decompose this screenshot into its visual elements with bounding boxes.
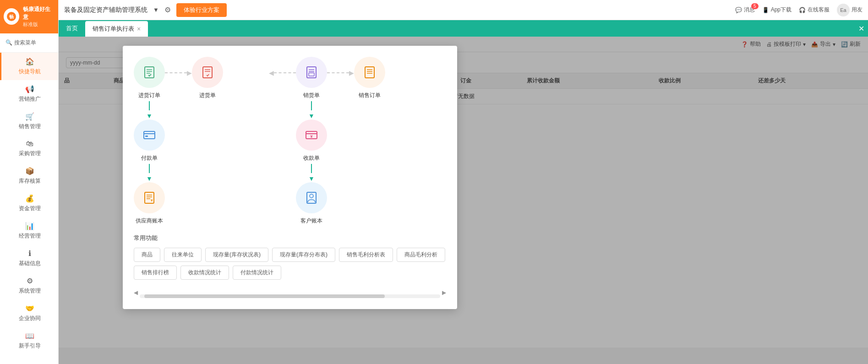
system-dropdown[interactable]: ▼ (153, 6, 159, 13)
flow-node-customer-ledger[interactable]: 客户账本 (296, 182, 327, 225)
megaphone-icon: 📢 (25, 85, 34, 93)
tab-bar-close-button[interactable]: ✕ (858, 24, 864, 33)
home-icon: 🏠 (25, 57, 34, 66)
svg-text:¥: ¥ (151, 198, 153, 202)
svg-rect-6 (144, 131, 155, 139)
sidebar-item-inventory[interactable]: 📦 库存核算 (0, 162, 58, 190)
node-label-customer-ledger: 客户账本 (300, 217, 322, 225)
common-buttons-row: 商品 往来单位 现存量(库存状况表) 现存量(库存分布表) 销售毛利分析表 商品… (134, 248, 446, 262)
common-title: 常用功能 (134, 234, 446, 242)
scroll-right-button[interactable]: ▶ (442, 289, 446, 296)
sidebar-item-basic[interactable]: ℹ 基础信息 (0, 244, 58, 272)
search-menu-button[interactable]: 🔍 搜索菜单 (4, 37, 55, 49)
scrollbar-thumb[interactable] (144, 294, 385, 298)
flow-node-sales-bill[interactable]: 销货单 (296, 57, 327, 99)
tab-home[interactable]: 首页 (59, 21, 85, 36)
top-header: 装备及固定资产辅助管理系统 ▼ ⚙ 体验行业方案 💬 5 消息 📱 App下载 … (59, 0, 868, 20)
node-label-sales-bill: 销货单 (303, 92, 320, 99)
flow-node-supplier-ledger[interactable]: ¥ 供应商账本 (134, 182, 165, 225)
svg-point-25 (310, 194, 313, 198)
flow-node-purchase-bill[interactable]: 进货单 (192, 57, 223, 99)
svg-rect-26 (365, 67, 374, 78)
sidebar-item-enterprise[interactable]: 🤝 企业协同 (0, 299, 58, 327)
common-btn-receipt-stats[interactable]: 收款情况统计 (180, 266, 229, 280)
finance-icon: 💰 (25, 194, 34, 203)
flow-node-sales-order[interactable]: 销售订单 (354, 57, 385, 99)
common-btn-counterparty[interactable]: 往来单位 (164, 248, 202, 262)
sidebar-nav: 🏠 快捷导航 📢 营销推广 🛒 销售管理 🛍 采购管理 📦 库存核算 💰 (0, 53, 58, 364)
sidebar-item-guide[interactable]: 📖 新手引导 (0, 327, 58, 354)
basic-icon: ℹ (28, 249, 31, 258)
node-label-payment: 付款单 (141, 154, 158, 162)
common-btn-payment-stats[interactable]: 付款情况统计 (233, 266, 281, 280)
enterprise-icon: 🤝 (25, 304, 34, 313)
svg-rect-8 (145, 136, 148, 137)
system-icon: ⚙ (27, 277, 33, 285)
popup-modal: 进货订单 ▼ 付款单 (123, 46, 457, 309)
sidebar: 畅 畅康通好生意 标准版 🔍 搜索菜单 🏠 快捷导航 📢 营销推广 � (0, 0, 59, 364)
content-area: ❓ 帮助 🖨 按模板打印 ▾ 📤 导出 ▾ 🔄 刷新 (59, 37, 868, 364)
common-buttons-row-2: 销售排行榜 收款情况统计 付款情况统计 (134, 266, 446, 280)
tab-sales-order[interactable]: 销售订单执行表 × (85, 21, 148, 37)
header-actions: 💬 5 消息 📱 App下载 🎧 在线客服 Ea 用友 (735, 4, 863, 16)
common-btn-product-gross[interactable]: 商品毛利分析 (397, 248, 445, 262)
node-label-supplier-ledger: 供应商账本 (136, 217, 163, 225)
online-service-button[interactable]: 🎧 在线客服 (799, 6, 830, 14)
sidebar-logo: 畅 畅康通好生意 标准版 (0, 0, 58, 33)
purchase-icon: 🛍 (26, 140, 33, 148)
node-label-sales-order: 销售订单 (359, 92, 381, 99)
logo-icon: 畅 (4, 8, 19, 25)
try-button[interactable]: 体验行业方案 (176, 3, 227, 17)
common-btn-product[interactable]: 商品 (134, 248, 160, 262)
sidebar-item-quick-nav[interactable]: 🏠 快捷导航 (0, 53, 58, 80)
app-download-button[interactable]: 📱 App下载 (762, 6, 792, 14)
svg-text:¥: ¥ (310, 134, 312, 139)
tab-close-button[interactable]: × (137, 25, 141, 33)
node-label-receipt: 收款单 (303, 154, 320, 162)
node-label-purchase-bill: 进货单 (199, 92, 216, 99)
sidebar-item-system[interactable]: ⚙ 系统管理 (0, 272, 58, 299)
common-functions-section: 常用功能 商品 往来单位 现存量(库存状况表) 现存量(库存分布表) 销售毛利分… (134, 234, 446, 280)
inventory-icon: 📦 (25, 167, 34, 175)
message-icon: 💬 (735, 7, 742, 13)
flow-node-purchase-order[interactable]: 进货订单 (134, 57, 165, 99)
logo-text: 畅康通好生意 标准版 (23, 5, 55, 28)
guide-icon: 📖 (25, 331, 34, 340)
svg-text:畅: 畅 (9, 14, 14, 19)
sidebar-search[interactable]: 🔍 搜索菜单 (0, 33, 58, 53)
sidebar-item-finance[interactable]: 💰 资金管理 (0, 190, 58, 217)
avatar: Ea (837, 4, 850, 16)
tab-bar: 首页 销售订单执行表 × ✕ (59, 20, 868, 37)
search-icon: 🔍 (5, 39, 12, 46)
operations-icon: 📊 (25, 222, 34, 230)
popup-scrollbar-container: ◀ ▶ (134, 287, 446, 298)
popup-scrollbar[interactable] (140, 294, 440, 298)
user-menu[interactable]: Ea 用友 (837, 4, 863, 16)
node-label-purchase-order: 进货订单 (138, 92, 160, 99)
sidebar-item-operations[interactable]: 📊 经营管理 (0, 217, 58, 244)
common-btn-sales-rank[interactable]: 销售排行榜 (134, 266, 177, 280)
sidebar-item-sales[interactable]: 🛒 销售管理 (0, 108, 58, 135)
flow-node-payment[interactable]: 付款单 (134, 120, 165, 162)
main-area: 装备及固定资产辅助管理系统 ▼ ⚙ 体验行业方案 💬 5 消息 📱 App下载 … (59, 0, 868, 364)
scroll-left-button[interactable]: ◀ (134, 289, 138, 296)
message-button[interactable]: 💬 5 消息 (735, 6, 755, 14)
headset-icon: 🎧 (799, 7, 806, 13)
gear-icon[interactable]: ⚙ (164, 5, 171, 14)
svg-rect-20 (309, 73, 314, 76)
chevron-down-icon: ▼ (153, 6, 159, 13)
flow-node-receipt[interactable]: ¥ 收款单 (296, 120, 327, 162)
sidebar-item-purchase[interactable]: 🛍 采购管理 (0, 135, 58, 162)
phone-icon: 📱 (762, 7, 769, 13)
common-btn-stock-dist[interactable]: 现存量(库存分布表) (272, 248, 335, 262)
common-btn-stock-status[interactable]: 现存量(库存状况表) (205, 248, 268, 262)
sales-icon: 🛒 (25, 112, 34, 121)
common-btn-sales-gross[interactable]: 销售毛利分析表 (339, 248, 393, 262)
system-title: 装备及固定资产辅助管理系统 (64, 6, 147, 14)
sidebar-item-marketing[interactable]: 📢 营销推广 (0, 80, 58, 108)
